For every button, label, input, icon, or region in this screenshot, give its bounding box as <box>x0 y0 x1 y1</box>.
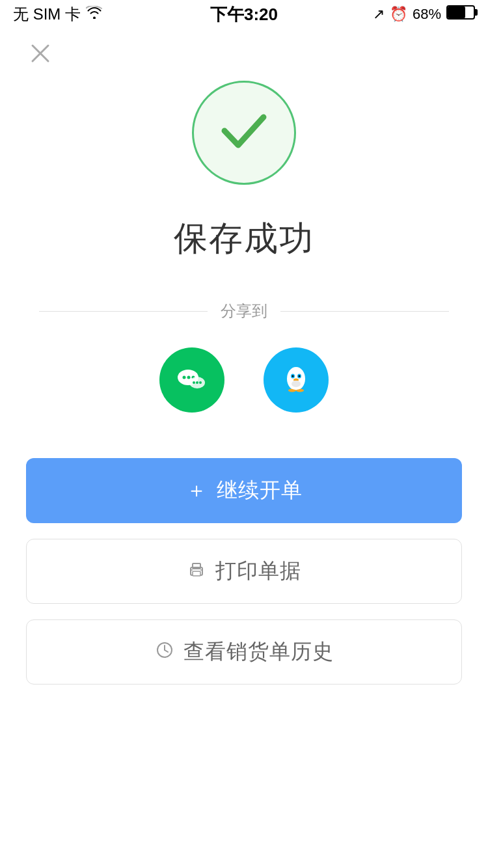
svg-rect-22 <box>193 571 200 576</box>
plus-icon: ＋ <box>186 476 208 505</box>
divider-right <box>280 311 449 312</box>
qq-logo-icon <box>278 362 314 398</box>
svg-line-27 <box>165 650 168 652</box>
no-sim-text: 无 SIM 卡 <box>13 4 81 25</box>
svg-point-8 <box>196 381 198 384</box>
wechat-logo-icon <box>172 360 211 400</box>
checkmark-icon <box>215 101 273 159</box>
svg-point-7 <box>193 381 195 384</box>
success-circle <box>192 81 296 185</box>
continue-button[interactable]: ＋ 继续开单 <box>26 458 462 523</box>
battery-text: 68% <box>413 6 441 23</box>
status-left: 无 SIM 卡 <box>13 4 103 25</box>
main-content: 保存成功 分享到 <box>0 29 488 685</box>
history-button[interactable]: 查看销货单历史 <box>26 619 462 685</box>
clock-icon <box>155 640 174 664</box>
svg-point-13 <box>292 375 294 377</box>
svg-point-14 <box>299 375 301 377</box>
qq-share-button[interactable] <box>264 347 329 413</box>
svg-point-9 <box>199 381 202 384</box>
svg-point-3 <box>183 376 186 379</box>
close-button[interactable] <box>26 39 55 68</box>
print-button[interactable]: 打印单据 <box>26 539 462 604</box>
wifi-icon <box>86 6 103 23</box>
share-label: 分享到 <box>208 301 280 321</box>
history-label: 查看销货单历史 <box>183 638 334 666</box>
share-icons <box>159 347 329 413</box>
location-icon: ↗ <box>373 6 385 23</box>
status-bar: 无 SIM 卡 下午3:20 ↗ ⏰ 68% <box>0 0 488 29</box>
status-time: 下午3:20 <box>210 3 278 26</box>
divider-left <box>39 311 208 312</box>
svg-point-19 <box>291 381 301 387</box>
battery-icon <box>446 5 475 23</box>
status-right: ↗ ⏰ 68% <box>373 5 475 23</box>
alarm-icon: ⏰ <box>390 6 407 23</box>
print-label: 打印单据 <box>215 557 301 586</box>
share-divider: 分享到 <box>0 301 488 321</box>
wechat-share-button[interactable] <box>159 347 224 413</box>
success-title: 保存成功 <box>174 216 314 262</box>
continue-label: 继续开单 <box>217 476 303 505</box>
svg-point-4 <box>187 376 191 379</box>
action-buttons: ＋ 继续开单 打印单据 <box>0 458 488 685</box>
printer-icon <box>187 560 206 584</box>
